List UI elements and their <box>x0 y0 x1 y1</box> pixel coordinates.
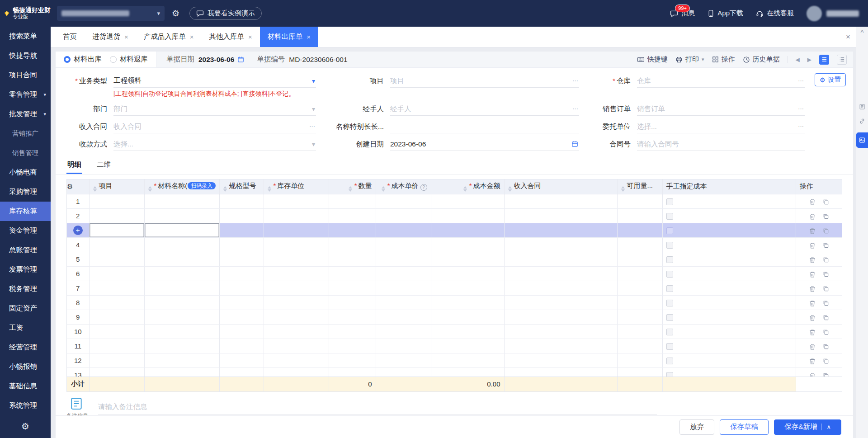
sidebar-item-basic-info[interactable]: 基础信息 <box>0 377 51 396</box>
sidebar-item-operation-mgmt[interactable]: 经营管理 <box>0 338 51 357</box>
ellipsis-picker-icon[interactable]: ⋯ <box>798 105 804 112</box>
cell-material-name[interactable] <box>144 353 219 368</box>
media-panel-icon[interactable] <box>856 132 868 148</box>
cell-quantity[interactable] <box>329 310 376 325</box>
cell-income-contract[interactable] <box>504 339 617 353</box>
column-header-material-name[interactable]: *材料名称(扫码录入 <box>144 179 219 194</box>
cell-cost-amount[interactable] <box>431 209 504 223</box>
column-header-stock-unit[interactable]: *库存单位 <box>264 179 329 194</box>
sidebar-item-payroll[interactable]: 工资 <box>0 318 51 338</box>
sidebar-item-retail-mgmt[interactable]: 零售管理▾ <box>0 85 51 104</box>
cell-stock-unit[interactable] <box>264 194 329 209</box>
cell-project[interactable] <box>89 252 144 267</box>
cell-available-qty[interactable] <box>617 368 662 377</box>
cell-quantity[interactable] <box>329 353 376 368</box>
chevron-down-icon[interactable]: ▾ <box>312 105 315 113</box>
manual-cost-checkbox[interactable] <box>666 329 673 335</box>
cell-income-contract[interactable] <box>504 353 617 368</box>
cell-available-qty[interactable] <box>617 281 662 296</box>
cell-quantity[interactable] <box>329 223 376 238</box>
copy-row-icon[interactable] <box>822 285 829 292</box>
cell-available-qty[interactable] <box>617 252 662 267</box>
cell-manual-cost[interactable] <box>662 296 796 310</box>
link-panel-icon[interactable] <box>859 118 865 124</box>
chevron-down-icon[interactable]: ▾ <box>312 77 315 85</box>
manual-cost-checkbox[interactable] <box>666 300 673 306</box>
manual-cost-checkbox[interactable] <box>666 314 673 321</box>
cell-cost-amount[interactable] <box>431 296 504 310</box>
cell-unit-cost[interactable] <box>376 223 431 238</box>
delete-row-icon[interactable] <box>809 314 816 321</box>
shortcut-keys-button[interactable]: 快捷键 <box>637 55 668 64</box>
cell-spec-model[interactable] <box>219 267 264 281</box>
cell-unit-cost[interactable] <box>376 353 431 368</box>
cell-available-qty[interactable] <box>617 238 662 252</box>
row-number[interactable]: 8 <box>67 296 89 310</box>
detail-table-body[interactable]: 12+45678910111213 <box>67 194 842 377</box>
cell-cost-amount[interactable] <box>431 238 504 252</box>
delete-row-icon[interactable] <box>809 372 816 377</box>
sidebar-item-xiaochang-ecom[interactable]: 小畅电商 <box>0 163 51 182</box>
cell-quantity[interactable] <box>329 296 376 310</box>
tab-purchase-return[interactable]: 进货退货× <box>85 27 136 47</box>
copy-row-icon[interactable] <box>822 271 829 278</box>
cell-quantity[interactable] <box>329 238 376 252</box>
delete-row-icon[interactable] <box>809 242 816 249</box>
cell-stock-unit[interactable] <box>264 325 329 339</box>
manual-cost-checkbox[interactable] <box>666 198 673 205</box>
cell-material-name[interactable] <box>144 296 219 310</box>
column-settings-gear-icon[interactable]: ⚙ <box>67 179 89 194</box>
cell-available-qty[interactable] <box>617 325 662 339</box>
cell-quantity[interactable] <box>329 281 376 296</box>
cell-quantity[interactable] <box>329 339 376 353</box>
warehouse-input[interactable] <box>637 77 795 85</box>
cell-unit-cost[interactable] <box>376 238 431 252</box>
row-number[interactable]: 10 <box>67 325 89 339</box>
cell-manual-cost[interactable] <box>662 368 796 377</box>
sidebar-item-sales-mgmt[interactable]: 销售管理 <box>0 143 51 163</box>
cell-stock-unit[interactable] <box>264 281 329 296</box>
cell-unit-cost[interactable] <box>376 325 431 339</box>
manual-cost-checkbox[interactable] <box>666 358 673 364</box>
cell-project[interactable] <box>89 339 144 353</box>
cell-unit-cost[interactable] <box>376 194 431 209</box>
ellipsis-picker-icon[interactable]: ⋯ <box>798 77 804 84</box>
cell-cost-amount[interactable] <box>431 339 504 353</box>
cell-stock-unit[interactable] <box>264 238 329 252</box>
long-name-input[interactable] <box>390 122 569 131</box>
cell-manual-cost[interactable] <box>662 339 796 353</box>
form-panel-icon[interactable] <box>859 104 865 110</box>
cell-stock-unit[interactable] <box>264 209 329 223</box>
sidebar-item-system-mgmt[interactable]: 系统管理 <box>0 396 51 415</box>
row-number[interactable]: + <box>67 223 89 238</box>
row-number[interactable]: 13 <box>67 368 89 377</box>
client-unit-input[interactable] <box>637 122 795 131</box>
cell-unit-cost[interactable] <box>376 296 431 310</box>
contract-no-input[interactable] <box>637 140 795 148</box>
manual-cost-checkbox[interactable] <box>666 213 673 220</box>
delete-row-icon[interactable] <box>809 213 816 220</box>
cell-spec-model[interactable] <box>219 281 264 296</box>
settings-button[interactable]: ⚙ 设置 <box>815 73 846 86</box>
row-number[interactable]: 7 <box>67 281 89 296</box>
cell-quantity[interactable] <box>329 325 376 339</box>
demo-link[interactable]: 我要看实例演示 <box>189 7 262 20</box>
cell-income-contract[interactable] <box>504 310 617 325</box>
sidebar-item-tax-mgmt[interactable]: 税务管理 <box>0 279 51 299</box>
cell-material-name[interactable] <box>144 310 219 325</box>
cell-project[interactable] <box>89 267 144 281</box>
copy-row-icon[interactable] <box>822 300 829 306</box>
tab-home[interactable]: 首页 <box>55 27 85 47</box>
sort-icon[interactable] <box>223 186 227 192</box>
column-header-manual-cost[interactable]: 手工指定成本 <box>662 179 796 194</box>
cell-manual-cost[interactable] <box>662 252 796 267</box>
cell-stock-unit[interactable] <box>264 252 329 267</box>
manual-cost-checkbox[interactable] <box>666 271 673 278</box>
print-button[interactable]: 打印 ▾ <box>675 55 704 64</box>
cell-spec-model[interactable] <box>219 353 264 368</box>
note-icon-block[interactable]: 备注信息 <box>66 396 86 416</box>
sidebar-item-inventory-accounting[interactable]: 库存核算 <box>0 202 51 221</box>
cell-project[interactable] <box>89 223 144 238</box>
info-icon[interactable]: ? <box>420 184 427 191</box>
collapse-panel-button[interactable]: ^ <box>860 29 863 36</box>
